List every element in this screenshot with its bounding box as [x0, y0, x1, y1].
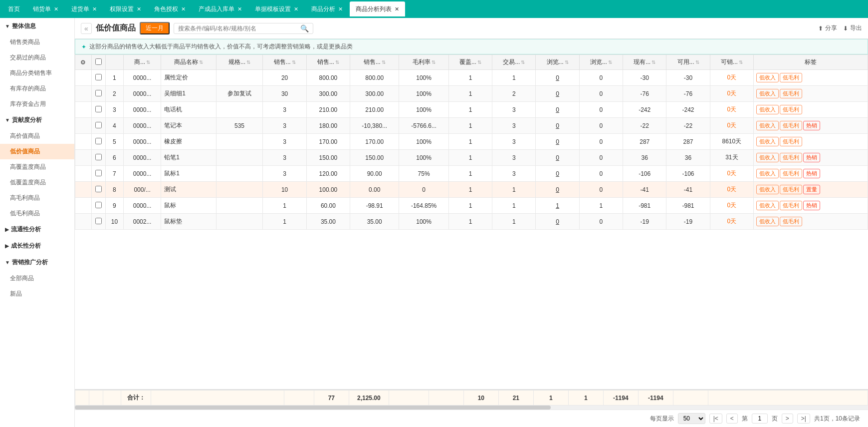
first-page-button[interactable]: |<	[709, 414, 722, 424]
row-checkbox-input[interactable]	[95, 170, 102, 176]
search-input[interactable]	[178, 25, 298, 32]
code-col-header[interactable]: 商...⇅	[123, 55, 161, 70]
row-checkbox-input[interactable]	[95, 122, 102, 128]
browse1-link[interactable]: 0	[556, 74, 559, 81]
sidebar-item-high-margin[interactable]: 高毛利商品	[0, 190, 74, 206]
last-page-button[interactable]: >|	[797, 414, 810, 424]
row-checkbox-input[interactable]	[95, 186, 102, 192]
tab-template-settings[interactable]: 单据模板设置 ✕	[249, 1, 304, 16]
sidebar-item-inventory-funds[interactable]: 库存资金占用	[0, 96, 74, 112]
row-checkbox[interactable]	[91, 198, 105, 214]
browse1-link[interactable]: 0	[556, 170, 559, 177]
prev-page-button[interactable]: <	[726, 414, 738, 424]
tab-goods-analysis[interactable]: 商品分析 ✕	[305, 1, 349, 16]
browse1-link[interactable]: 0	[556, 106, 559, 113]
close-icon[interactable]: ✕	[294, 6, 298, 12]
table-container[interactable]: ⚙ 商...⇅ 商品名称⇅ 规格...⇅ 销售...⇅ 销售...⇅ 销售...…	[75, 54, 868, 389]
gross-rate-col-header[interactable]: 毛利率⇅	[399, 55, 448, 70]
trade-col-header[interactable]: 交易...⇅	[492, 55, 536, 70]
browse1-col-header[interactable]: 浏览...⇅	[536, 55, 579, 70]
browse1-link[interactable]: 1	[556, 202, 559, 209]
tab-finished-goods[interactable]: 产成品入库单 ✕	[193, 1, 248, 16]
tab-role-auth[interactable]: 角色授权 ✕	[148, 1, 192, 16]
row-checkbox-input[interactable]	[95, 106, 102, 112]
sidebar-item-low-margin[interactable]: 低毛利商品	[0, 206, 74, 221]
row-checkbox[interactable]	[91, 134, 105, 150]
close-icon[interactable]: ✕	[395, 6, 399, 12]
collapse-button[interactable]: «	[81, 23, 92, 34]
sidebar-section-growth[interactable]: ▶ 成长性分析	[0, 238, 74, 254]
search-icon[interactable]: 🔍	[300, 24, 309, 32]
next-page-button[interactable]: >	[782, 414, 793, 424]
saleable-col-header[interactable]: 可销...⇅	[710, 55, 753, 70]
tab-permission-settings[interactable]: 权限设置 ✕	[104, 1, 147, 16]
row-checkbox[interactable]	[91, 102, 105, 118]
tab-sales-order[interactable]: 销货单 ✕	[27, 1, 64, 16]
close-icon[interactable]: ✕	[54, 6, 58, 12]
close-icon[interactable]: ✕	[92, 6, 97, 12]
horizontal-scrollbar[interactable]	[75, 406, 868, 410]
sidebar-section-circulation[interactable]: ▶ 流通性分析	[0, 221, 74, 238]
row-checkbox[interactable]	[91, 214, 105, 230]
row-checkbox[interactable]	[91, 70, 105, 86]
sidebar-item-traded-goods[interactable]: 交易过的商品	[0, 50, 74, 65]
sales-price-col-header[interactable]: 销售...⇅	[350, 55, 399, 70]
sidebar-section-overall[interactable]: ▼ 整体信息	[0, 18, 74, 34]
close-icon[interactable]: ✕	[338, 6, 343, 12]
sidebar-item-low-value[interactable]: 低价值商品	[0, 144, 74, 159]
browse1-link[interactable]: 0	[556, 218, 559, 225]
tab-purchase-order[interactable]: 进货单 ✕	[65, 1, 103, 16]
browse1-link[interactable]: 0	[556, 138, 559, 145]
sidebar-item-stock-goods[interactable]: 有库存的商品	[0, 81, 74, 96]
row-browse1[interactable]: 0	[536, 70, 579, 86]
sidebar-item-high-coverage[interactable]: 高覆盖度商品	[0, 159, 74, 175]
row-checkbox[interactable]	[91, 118, 105, 134]
sidebar-item-sales-goods[interactable]: 销售类商品	[0, 34, 74, 50]
cover-col-header[interactable]: 覆盖...⇅	[448, 55, 492, 70]
settings-col-header[interactable]: ⚙	[75, 55, 92, 70]
row-browse1[interactable]: 0	[536, 182, 579, 198]
browse2-col-header[interactable]: 浏览...⇅	[579, 55, 623, 70]
close-icon[interactable]: ✕	[181, 6, 186, 12]
row-checkbox-input[interactable]	[95, 90, 102, 96]
row-browse1[interactable]: 0	[536, 214, 579, 230]
close-icon[interactable]: ✕	[137, 6, 141, 12]
close-icon[interactable]: ✕	[237, 6, 242, 12]
browse1-link[interactable]: 0	[556, 186, 559, 193]
row-browse1[interactable]: 0	[536, 102, 579, 118]
row-checkbox[interactable]	[91, 182, 105, 198]
name-col-header[interactable]: 商品名称⇅	[161, 55, 216, 70]
browse1-link[interactable]: 0	[556, 90, 559, 97]
row-browse1[interactable]: 0	[536, 134, 579, 150]
row-checkbox-input[interactable]	[95, 74, 102, 80]
row-browse1[interactable]: 0	[536, 166, 579, 182]
tags-col-header[interactable]: 标签	[754, 55, 868, 70]
sidebar-item-category-sales-rate[interactable]: 商品分类销售率	[0, 65, 74, 81]
current-stock-col-header[interactable]: 现有...⇅	[623, 55, 666, 70]
sidebar-item-high-value[interactable]: 高价值商品	[0, 128, 74, 144]
row-browse1[interactable]: 0	[536, 86, 579, 102]
page-size-select[interactable]: 50 100	[678, 413, 705, 424]
period-button[interactable]: 近一月	[140, 22, 170, 34]
select-all-checkbox[interactable]	[95, 58, 102, 65]
browse1-link[interactable]: 0	[556, 154, 559, 161]
browse1-link[interactable]: 0	[556, 122, 559, 129]
spec-col-header[interactable]: 规格...⇅	[216, 55, 263, 70]
row-checkbox[interactable]	[91, 86, 105, 102]
checkbox-col-header[interactable]	[91, 55, 105, 70]
row-checkbox[interactable]	[91, 166, 105, 182]
sidebar-item-new-goods[interactable]: 新品	[0, 286, 74, 302]
sidebar-section-marketing[interactable]: ▼ 营销推广分析	[0, 254, 74, 271]
row-checkbox-input[interactable]	[95, 202, 102, 208]
tab-goods-analysis-list[interactable]: 商品分析列表 ✕	[350, 1, 405, 16]
row-browse1[interactable]: 1	[536, 198, 579, 214]
page-input[interactable]	[752, 414, 768, 424]
available-col-header[interactable]: 可用...⇅	[666, 55, 710, 70]
export-button[interactable]: ⬇ 导出	[843, 24, 862, 32]
row-checkbox-input[interactable]	[95, 218, 102, 224]
sidebar-item-low-coverage[interactable]: 低覆盖度商品	[0, 175, 74, 190]
scrollbar-thumb[interactable]	[75, 406, 551, 410]
row-browse1[interactable]: 0	[536, 150, 579, 166]
row-checkbox-input[interactable]	[95, 138, 102, 144]
row-checkbox-input[interactable]	[95, 154, 102, 160]
